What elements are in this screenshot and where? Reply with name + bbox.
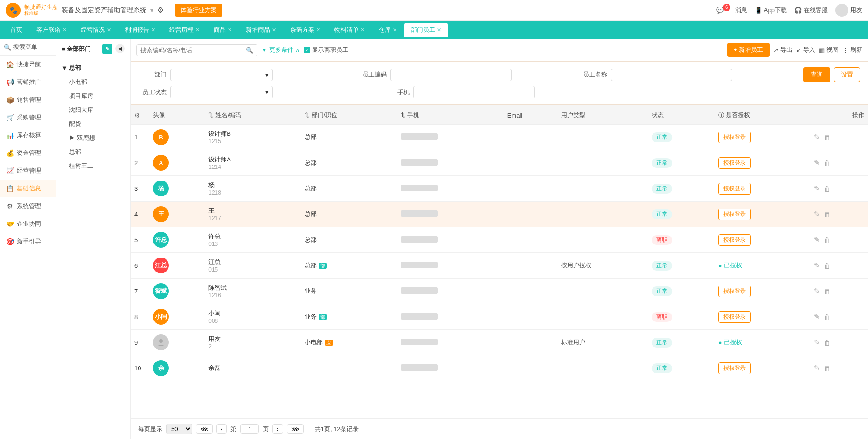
- sidebar-item-基础信息[interactable]: 📋基础信息: [0, 180, 56, 197]
- nav-tab-物料清单[interactable]: 物料清单 ✕: [328, 23, 371, 37]
- delete-icon[interactable]: 🗑: [824, 210, 831, 218]
- sidebar-search[interactable]: 🔍搜索菜单: [0, 39, 56, 56]
- dropdown-arrow-icon[interactable]: ▾: [150, 7, 153, 14]
- auth-btn[interactable]: 授权登录: [718, 286, 751, 297]
- dept-select[interactable]: ▾: [170, 69, 273, 81]
- more-btn[interactable]: ⋮ 刷新: [842, 46, 862, 54]
- delete-icon[interactable]: 🗑: [824, 159, 831, 167]
- app-download-btn[interactable]: 📱 App下载: [755, 6, 787, 14]
- edit-icon[interactable]: ✎: [814, 261, 820, 270]
- nav-tab-客户联络[interactable]: 客户联络 ✕: [30, 23, 73, 37]
- phone-input[interactable]: [413, 86, 535, 98]
- col-settings[interactable]: ⚙: [131, 106, 149, 125]
- nav-tab-条码方案[interactable]: 条码方案 ✕: [284, 23, 327, 37]
- edit-icon[interactable]: ✎: [814, 159, 820, 167]
- sidebar-item-新手引导[interactable]: 🎯新手引导: [0, 233, 56, 251]
- filter-btn[interactable]: ▼ 更多条件 ∧: [261, 46, 300, 54]
- search-btn[interactable]: 查询: [803, 67, 830, 82]
- close-tab-icon[interactable]: ✕: [393, 27, 397, 33]
- dept-node-xiangmukufang[interactable]: 项目库房: [56, 89, 130, 103]
- dept-node-xiaodiaobu[interactable]: 小电部: [56, 75, 130, 89]
- close-tab-icon[interactable]: ✕: [228, 27, 232, 33]
- page-input[interactable]: [240, 424, 259, 434]
- edit-icon[interactable]: ✎: [814, 210, 820, 218]
- status-select[interactable]: ▾: [170, 86, 273, 98]
- auth-btn[interactable]: 授权登录: [718, 311, 751, 323]
- delete-icon[interactable]: 🗑: [824, 236, 831, 244]
- edit-icon[interactable]: ✎: [814, 338, 820, 347]
- nav-tab-商品[interactable]: 商品 ✕: [207, 23, 238, 37]
- auth-btn[interactable]: 授权登录: [718, 234, 751, 246]
- dept-node-shuangluxiang[interactable]: ▶ 双鹿想: [56, 131, 130, 145]
- nav-tab-部门员工[interactable]: 部门员工 ✕: [404, 23, 448, 37]
- nav-tab-新增商品[interactable]: 新增商品 ✕: [239, 23, 283, 37]
- sidebar-item-采购管理[interactable]: 🛒采购管理: [0, 109, 56, 126]
- dept-node-shenyangdaku[interactable]: 沈阳大库: [56, 103, 130, 117]
- close-tab-icon[interactable]: ✕: [62, 27, 67, 33]
- sidebar-item-经营管理[interactable]: 📈经营管理: [0, 162, 56, 180]
- col-name[interactable]: ⇅ 姓名/编码: [205, 106, 301, 125]
- gear-icon[interactable]: ⚙: [157, 6, 164, 14]
- close-tab-icon[interactable]: ✕: [272, 27, 276, 33]
- nav-tab-利润报告[interactable]: 利润报告 ✕: [118, 23, 162, 37]
- auth-btn[interactable]: 授权登录: [718, 209, 751, 220]
- edit-icon[interactable]: ✎: [814, 236, 820, 244]
- last-page-btn[interactable]: ⋙: [287, 424, 304, 434]
- edit-icon[interactable]: ✎: [814, 313, 820, 321]
- delete-icon[interactable]: 🗑: [824, 313, 831, 321]
- nav-tab-经营历程[interactable]: 经营历程 ✕: [163, 23, 206, 37]
- first-page-btn[interactable]: ⋘: [196, 424, 213, 434]
- sidebar-item-企业协同[interactable]: 🤝企业协同: [0, 215, 56, 233]
- employee-name-input[interactable]: [611, 69, 732, 81]
- delete-icon[interactable]: 🗑: [824, 339, 831, 347]
- search-input[interactable]: [140, 47, 244, 54]
- dept-collapse-btn[interactable]: ◀: [115, 44, 125, 53]
- edit-icon[interactable]: ✎: [814, 133, 820, 141]
- nav-tab-经营情况[interactable]: 经营情况 ✕: [74, 23, 118, 37]
- sidebar-item-资金管理[interactable]: 💰资金管理: [0, 144, 56, 162]
- col-dept[interactable]: ⇅ 部门/职位: [301, 106, 397, 125]
- edit-icon[interactable]: ✎: [814, 364, 820, 372]
- auth-btn[interactable]: 授权登录: [718, 157, 751, 169]
- import-btn[interactable]: ↙ 导入: [796, 46, 815, 54]
- sidebar-item-营销推广[interactable]: 📢营销推广: [0, 73, 56, 91]
- auth-btn[interactable]: 授权登录: [718, 183, 751, 195]
- show-resigned-checkbox[interactable]: ✓ 显示离职员工: [304, 46, 348, 54]
- view-btn[interactable]: ▦ 视图: [819, 46, 839, 54]
- dept-node-peihuo[interactable]: 配货: [56, 117, 130, 131]
- online-support-btn[interactable]: 🎧 在线客服: [794, 6, 828, 14]
- sidebar-item-销售管理[interactable]: 📦销售管理: [0, 91, 56, 109]
- export-btn[interactable]: ↗ 导出: [773, 46, 792, 54]
- page-size-select[interactable]: 50 100: [166, 424, 192, 434]
- nav-tab-仓库[interactable]: 仓库 ✕: [372, 23, 403, 37]
- user-menu[interactable]: 用友: [835, 4, 862, 17]
- nav-tab-首页[interactable]: 首页: [4, 23, 29, 37]
- close-tab-icon[interactable]: ✕: [151, 27, 155, 33]
- dept-node-zhishuwanger[interactable]: 植树王二: [56, 159, 130, 173]
- message-btn[interactable]: 💬 6 消息: [716, 6, 747, 14]
- setting-btn[interactable]: 设置: [834, 67, 860, 82]
- sidebar-item-系统管理[interactable]: ⚙系统管理: [0, 197, 56, 215]
- auth-btn[interactable]: 授权登录: [718, 132, 751, 143]
- delete-icon[interactable]: 🗑: [824, 364, 831, 372]
- next-page-btn[interactable]: ›: [272, 424, 283, 434]
- prev-page-btn[interactable]: ‹: [216, 424, 227, 434]
- sidebar-item-快捷导航[interactable]: 🏠快捷导航: [0, 56, 56, 73]
- delete-icon[interactable]: 🗑: [824, 185, 831, 193]
- edit-icon[interactable]: ✎: [814, 287, 820, 295]
- col-phone[interactable]: ⇅ 手机: [397, 106, 504, 125]
- dept-node-zongbu-parent[interactable]: ▼ 总部: [56, 61, 130, 75]
- add-employee-btn[interactable]: + 新增员工: [727, 43, 770, 57]
- close-tab-icon[interactable]: ✕: [437, 27, 441, 33]
- delete-icon[interactable]: 🗑: [824, 133, 831, 141]
- close-tab-icon[interactable]: ✕: [361, 27, 365, 33]
- edit-dept-icon[interactable]: ✎: [102, 44, 112, 54]
- sidebar-item-库存核算[interactable]: 📊库存核算: [0, 126, 56, 144]
- employee-code-input[interactable]: [390, 69, 512, 81]
- delete-icon[interactable]: 🗑: [824, 287, 831, 295]
- edit-icon[interactable]: ✎: [814, 184, 820, 193]
- close-tab-icon[interactable]: ✕: [316, 27, 320, 33]
- search-box[interactable]: 🔍: [136, 44, 257, 56]
- auth-btn[interactable]: 授权登录: [718, 362, 751, 374]
- close-tab-icon[interactable]: ✕: [195, 27, 200, 33]
